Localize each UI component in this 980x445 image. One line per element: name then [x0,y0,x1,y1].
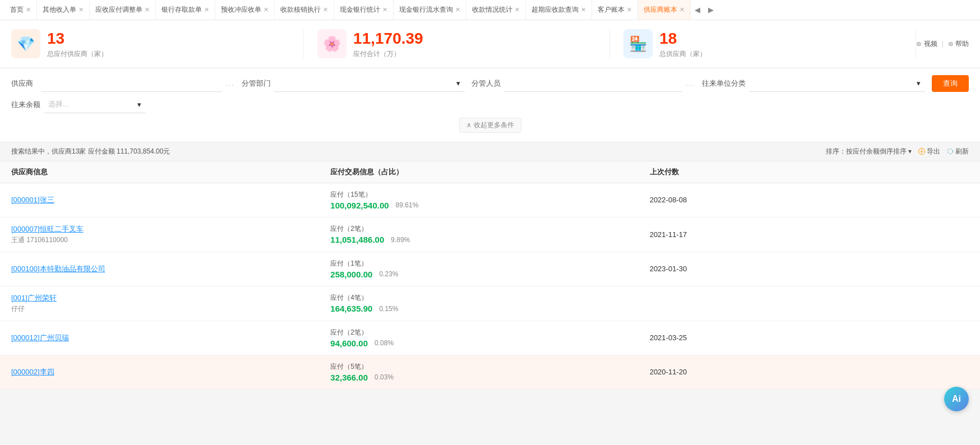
supplier-link-6[interactable]: [000002]李四 [11,367,330,377]
tx-cell-1: 应付（15笔） 100,092,540.00 89.61% [330,190,649,210]
close-tab-collect-stat[interactable]: ✕ [515,6,520,13]
nav-tab-ap-adjust[interactable]: 应收应付调整单 ✕ [90,0,156,20]
tx-amount-5[interactable]: 94,600.00 [330,339,368,348]
supplier-link-4[interactable]: [001]广州荣轩 [11,293,330,303]
last-pay-1: 2022-08-08 [650,196,969,204]
nav-tab-bank-deposit[interactable]: 银行存取款单 ✕ [156,0,215,20]
person-dots[interactable]: ... [686,79,695,87]
sort-dropdown-icon[interactable]: ▾ [908,147,912,155]
nav-tab-overdue-collect[interactable]: 超期应收款查询 ✕ [526,0,592,20]
tx-amount-1[interactable]: 100,092,540.00 [330,201,389,210]
card-label-1: 总应付供应商（家） [47,49,108,59]
summary-bar: 💎 13 总应付供应商（家） 🌸 11,170.39 应付合计（万） 🏪 18 … [0,20,980,68]
tx-percent-5: 0.08% [375,339,394,347]
card-icon-3: 🏪 [623,29,653,58]
close-tab-customer-account[interactable]: ✕ [627,6,632,13]
supplier-link-2[interactable]: [000007]恒旺二手叉车 [11,224,330,234]
supplier-cell-2: [000007]恒旺二手叉车 王通 17106110000 [11,224,330,245]
nav-tab-prepay-collect[interactable]: 预收冲应收单 ✕ [215,0,275,20]
filter-row-1: 供应商 ... 分管部门 ▾ 分管人员 ... 往来单位分类 ▾ 查询 [11,75,969,92]
tx-amount-6[interactable]: 32,366.00 [330,373,368,382]
close-tab-cash-flow-query[interactable]: ✕ [455,6,460,13]
collapse-button[interactable]: ∧ 收起更多条件 [459,118,521,133]
table-row: [000012]广州贝瑞 应付（2笔） 94,600.00 0.08% 2021… [0,321,980,355]
tx-cell-3: 应付（1笔） 258,000.00 0.23% [330,259,649,279]
card-value-3: 18 [659,29,706,48]
filter-supplier: 供应商 ... [11,75,235,92]
tx-label-5: 应付（2笔） [330,328,649,337]
tx-amount-2[interactable]: 11,051,486.00 [330,235,384,244]
nav-prev-arrow[interactable]: ◀ [691,0,704,20]
table-row: [000002]李四 应付（5笔） 32,366.00 0.03% 2020-1… [0,355,980,390]
supplier-link-1[interactable]: [000001]张三 [11,195,330,205]
unit-class-select[interactable]: ▾ [749,75,926,92]
supplier-label: 供应商 [11,78,38,89]
unit-class-label: 往来单位分类 [702,78,746,89]
tx-amount-4[interactable]: 164,635.90 [330,304,372,313]
close-tab-prepay-collect[interactable]: ✕ [264,6,269,13]
last-pay-5: 2021-03-25 [650,333,969,342]
nav-tab-home[interactable]: 首页 ✕ [4,0,37,20]
close-tab-supplier-account[interactable]: ✕ [679,6,685,13]
tx-label-4: 应付（4笔） [330,293,649,303]
filter-row-2: 往来余额 选择... ▾ [11,96,969,113]
tx-cell-5: 应付（2笔） 94,600.00 0.08% [330,328,649,348]
tx-percent-6: 0.03% [375,373,394,381]
nav-tab-cash-flow-query[interactable]: 现金银行流水查询 ✕ [394,0,466,20]
tx-cell-6: 应付（5笔） 32,366.00 0.03% [330,362,649,382]
nav-tab-collect-stat[interactable]: 收款情况统计 ✕ [466,0,526,20]
unit-class-dropdown-icon: ▾ [917,79,921,87]
last-pay-2: 2021-11-17 [650,230,969,239]
nav-tab-cash-bank-stat[interactable]: 现金银行统计 ✕ [334,0,394,20]
close-tab-bank-deposit[interactable]: ✕ [204,6,209,13]
card-value-1: 13 [47,29,108,48]
help-link[interactable]: ⊙ 帮助 [948,39,969,49]
nav-tab-collect-exec[interactable]: 收款核销执行 ✕ [275,0,334,20]
nav-next-arrow[interactable]: ▶ [704,0,718,20]
sort-label: 排序：按应付余额倒序排序 ▾ [826,147,912,156]
export-icon [918,148,925,155]
col-supplier-info: 供应商信息 [11,167,330,177]
nav-tab-supplier-account[interactable]: 供应商账本 ✕ [638,0,691,20]
supplier-input[interactable] [41,75,222,92]
export-button[interactable]: 导出 [918,147,940,156]
query-button[interactable]: 查询 [932,75,969,92]
refresh-button[interactable]: 刷新 [947,147,969,156]
data-table: 供应商信息 应付交易信息（占比） 上次付数 [000001]张三 应付（15笔）… [0,161,980,390]
close-tab-cash-bank-stat[interactable]: ✕ [382,6,387,13]
svg-point-1 [948,149,953,154]
nav-tab-other-income[interactable]: 其他收入单 ✕ [37,0,90,20]
person-input[interactable] [504,75,682,92]
dept-dropdown-icon: ▾ [456,79,460,87]
col-tx-info: 应付交易信息（占比） [330,167,649,177]
filter-dept: 分管部门 ▾ [242,75,465,92]
card-icon-2: 🌸 [317,29,346,58]
filter-person: 分管人员 ... [471,75,695,92]
refresh-icon [947,148,954,155]
close-tab-other-income[interactable]: ✕ [78,6,84,13]
tx-percent-4: 0.15% [379,305,398,313]
last-pay-3: 2023-01-30 [650,265,969,273]
collapse-chevron-icon: ∧ [466,121,471,129]
close-tab-ap-adjust[interactable]: ✕ [145,6,150,13]
close-tab-overdue-collect[interactable]: ✕ [581,6,586,13]
tx-amount-3[interactable]: 258,000.00 [330,270,372,279]
dept-select[interactable]: ▾ [274,75,465,92]
supplier-link-3[interactable]: [000100]本特勤油品有限公司 [11,264,330,274]
result-bar: 搜索结果中，供应商13家 应付金额 111,703,854.00元 排序：按应付… [0,142,980,161]
supplier-cell-3: [000100]本特勤油品有限公司 [11,264,330,274]
col-last-pay: 上次付数 [650,167,969,177]
table-row: [000100]本特勤油品有限公司 应付（1笔） 258,000.00 0.23… [0,252,980,286]
supplier-dots[interactable]: ... [225,79,235,87]
tx-label-6: 应付（5笔） [330,362,649,372]
dept-label: 分管部门 [242,78,271,89]
tx-label-1: 应付（15笔） [330,190,649,200]
balance-select[interactable]: 选择... ▾ [44,96,146,113]
close-tab-collect-exec[interactable]: ✕ [323,6,328,13]
close-tab-home[interactable]: ✕ [26,6,31,13]
tx-percent-3: 0.23% [379,270,398,278]
video-link[interactable]: ⊙ 视频 [916,39,937,49]
balance-label: 往来余额 [11,100,40,110]
supplier-link-5[interactable]: [000012]广州贝瑞 [11,333,330,343]
nav-tab-customer-account[interactable]: 客户账本 ✕ [592,0,638,20]
